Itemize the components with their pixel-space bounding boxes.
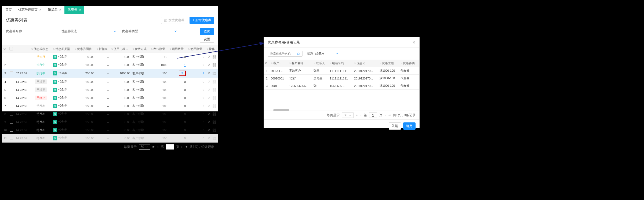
first-page-button[interactable]: ⇤ [152, 145, 155, 149]
column-header[interactable]: ⇅客户名称 [288, 60, 312, 67]
table-row[interactable]: 1114 23:59待发布代代金券150.00--0.00客户领取10000 [2, 134, 218, 142]
column-header[interactable]: ⇅折扣% [95, 45, 110, 53]
table-row[interactable]: 414 23:59已过期代代金券150.00--0.00客户领取10000 [2, 78, 218, 86]
table-row[interactable]: 307 23:59执行中代代金券200.00--1000.00客户领取10031 [2, 69, 218, 78]
qrcode-icon[interactable] [212, 55, 216, 59]
column-header[interactable]: ⇅使用数量 [187, 45, 205, 53]
filter-type-select[interactable] [140, 28, 177, 34]
modal-prev-page-button[interactable]: ‹ [361, 113, 362, 117]
used-link[interactable]: 1 [202, 72, 204, 75]
confirm-button[interactable]: 确定 [403, 122, 416, 130]
share-icon[interactable] [207, 104, 211, 108]
table-row[interactable]: 814 23:59待发布代代金券150.00--0.00客户领取10000 [2, 110, 218, 118]
modal-first-page-button[interactable]: ⇤ [356, 113, 358, 117]
gear-icon[interactable]: ⚙ [265, 61, 268, 65]
column-header[interactable]: ⇅操作 [205, 45, 218, 53]
per-page-select[interactable]: 50 [139, 144, 150, 150]
modal-last-page-button[interactable]: ⇥ [388, 113, 391, 117]
row-checkbox[interactable] [10, 120, 13, 123]
qrcode-icon[interactable] [212, 63, 216, 67]
qrcode-icon[interactable] [212, 104, 216, 108]
qrcode-icon[interactable] [212, 136, 216, 140]
share-icon[interactable] [207, 88, 211, 92]
qrcode-icon[interactable] [212, 96, 216, 100]
tab-销货单[interactable]: 销货单✕ [45, 6, 64, 14]
column-header[interactable]: ⇅电话号码 [329, 60, 353, 67]
table-row[interactable]: 1RETAIL...零散客户张三111111111112019120170...… [264, 67, 419, 75]
row-checkbox[interactable] [10, 128, 13, 132]
table-row[interactable]: 3000117666666666张156 6666 ...2019120170.… [264, 82, 419, 90]
close-icon[interactable]: ✕ [79, 8, 81, 11]
share-icon[interactable] [207, 112, 211, 116]
modal-status-select[interactable]: 已使用 [315, 50, 339, 57]
column-header[interactable]: ⇅联系人 [312, 60, 329, 67]
qrcode-icon[interactable] [212, 80, 216, 84]
share-icon[interactable] [207, 71, 211, 75]
last-page-button[interactable]: ⇥ [185, 145, 187, 149]
modal-per-page-select[interactable]: 50 [342, 112, 353, 118]
modal-page-input[interactable] [369, 112, 377, 118]
search-icon[interactable] [297, 52, 300, 56]
share-icon[interactable] [207, 128, 211, 132]
page-input[interactable] [166, 144, 174, 150]
add-coupon-button[interactable]: + 新增优惠券 [190, 17, 214, 24]
table-row[interactable]: 914 23:59待发布代代金券150.00--0.00客户领取10000 [2, 118, 218, 126]
table-row[interactable]: 2执行中代代金券100.00--0.00客户领取100010 [2, 61, 218, 69]
tab-优惠券[interactable]: 优惠券✕ [64, 6, 84, 14]
filter-status-select[interactable] [79, 28, 117, 34]
qrcode-icon[interactable] [212, 120, 216, 124]
claimed-link[interactable]: 3 [181, 72, 183, 75]
table-row[interactable]: 200010001北京1唐先生111111111112019120170...满… [264, 75, 419, 82]
select-all-checkbox[interactable] [9, 47, 13, 50]
row-checkbox[interactable] [10, 88, 13, 91]
cancel-button[interactable]: 取消 [389, 122, 401, 130]
row-checkbox[interactable] [10, 63, 13, 66]
row-checkbox[interactable] [10, 96, 13, 99]
prev-page-button[interactable]: ‹ [157, 145, 158, 149]
search-input[interactable] [270, 52, 297, 55]
distribute-coupon-button[interactable]: 发放优惠券 [161, 17, 187, 24]
modal-next-page-button[interactable]: › [385, 113, 386, 117]
column-header[interactable]: ⇅优惠券类型 [52, 45, 74, 53]
scrollbar-thumb[interactable] [273, 109, 289, 111]
table-row[interactable]: 514 23:59已过期代代金券150.00--0.00客户领取10000 [2, 86, 218, 94]
qrcode-icon[interactable] [212, 71, 216, 75]
close-icon[interactable]: ✕ [39, 8, 41, 11]
next-page-button[interactable]: › [181, 145, 183, 149]
column-header[interactable]: ⇅优惠券状态 [30, 45, 52, 53]
share-icon[interactable] [207, 80, 211, 84]
tab-优惠券详情页[interactable]: 优惠券详情页✕ [15, 6, 45, 14]
close-icon[interactable]: ✕ [412, 40, 416, 45]
row-checkbox[interactable] [10, 136, 13, 140]
qrcode-icon[interactable] [212, 112, 216, 116]
filter-name-input[interactable] [24, 28, 56, 34]
qrcode-icon[interactable] [212, 88, 216, 92]
share-icon[interactable] [207, 55, 211, 59]
column-header[interactable]: ⇅优惠码 [353, 60, 378, 67]
gear-icon[interactable]: ⚙ [3, 47, 6, 50]
table-row[interactable]: 614 23:59已终止代代金券150.00--0.00客户领取10000 [2, 94, 218, 102]
column-header[interactable]: ⇅领用数量 [168, 45, 187, 53]
share-icon[interactable] [207, 63, 211, 67]
share-icon[interactable] [207, 96, 211, 100]
row-checkbox[interactable] [10, 112, 13, 115]
column-header[interactable]: ⇅优惠主题 [379, 60, 400, 67]
share-icon[interactable] [207, 136, 211, 140]
column-header[interactable]: ⇅发放方式 [131, 45, 150, 53]
column-header[interactable]: ⇅发行数量 [150, 45, 168, 53]
share-icon[interactable] [207, 120, 211, 124]
table-row[interactable]: 1014 23:59待发布代代金券150.00--0.00客户领取10000 [2, 126, 218, 134]
settings-button[interactable]: 设置 [200, 36, 214, 43]
column-header[interactable]: ⇅客户... [270, 60, 288, 67]
query-button[interactable]: 查询 [200, 28, 214, 35]
row-checkbox[interactable] [10, 80, 13, 83]
row-checkbox[interactable] [10, 71, 13, 75]
row-checkbox[interactable] [10, 104, 13, 107]
row-checkbox[interactable] [10, 55, 13, 58]
table-row[interactable]: 1待执行代代金券50.00--0.00客户领取1000 [2, 53, 218, 61]
column-header[interactable]: ⇅使用门槛... [110, 45, 131, 53]
close-icon[interactable]: ✕ [59, 8, 61, 11]
table-row[interactable]: 714 23:59待发布代代金券150.00--0.00客户领取10000 [2, 102, 218, 110]
search-box[interactable] [268, 51, 303, 57]
tab-首页[interactable]: 首页 [2, 6, 15, 14]
